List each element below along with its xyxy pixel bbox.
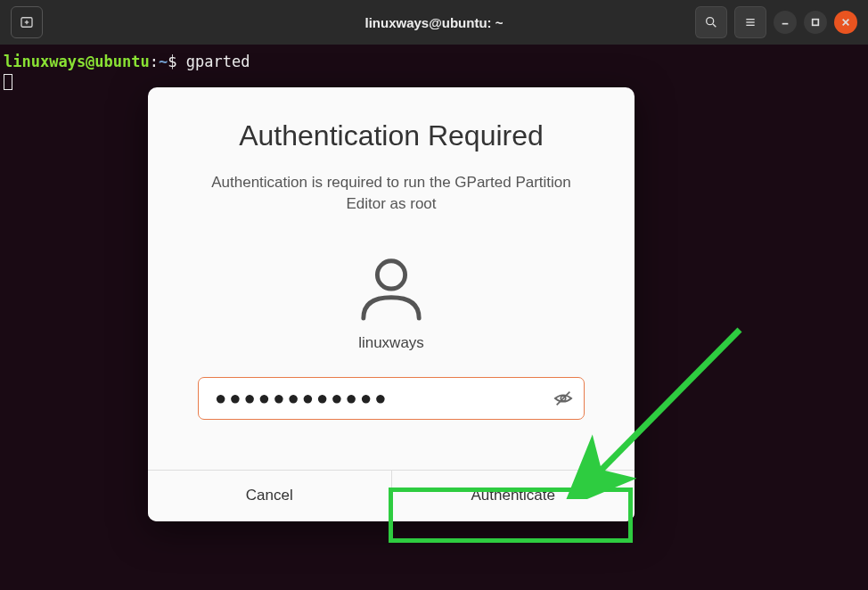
eye-off-icon (553, 389, 573, 408)
svg-rect-9 (813, 20, 819, 26)
search-button[interactable] (695, 6, 727, 38)
prompt-user-host: linuxways@ubuntu (4, 53, 150, 70)
window-titlebar: linuxways@ubuntu: ~ (0, 0, 868, 45)
prompt-separator: : (150, 53, 159, 70)
authenticate-button[interactable]: Authenticate (392, 471, 635, 521)
cancel-button[interactable]: Cancel (148, 471, 392, 521)
prompt-symbol: $ (168, 53, 185, 70)
minimize-button[interactable] (774, 11, 797, 34)
new-tab-button[interactable] (11, 6, 43, 38)
dialog-title: Authentication Required (148, 119, 635, 152)
password-input[interactable] (198, 377, 585, 420)
prompt-path: ~ (159, 53, 168, 70)
dialog-subtitle: Authentication is required to run the GP… (148, 172, 635, 215)
user-icon (356, 254, 426, 324)
maximize-button[interactable] (804, 11, 827, 34)
svg-point-12 (377, 260, 405, 288)
toggle-password-visibility-button[interactable] (553, 388, 574, 409)
terminal-cursor (4, 74, 12, 90)
window-title: linuxways@ubuntu: ~ (364, 15, 503, 30)
close-button[interactable] (834, 11, 857, 34)
dialog-button-row: Cancel Authenticate (148, 470, 635, 521)
svg-line-4 (713, 24, 716, 27)
password-field-wrap (198, 377, 585, 420)
title-controls (695, 6, 857, 38)
hamburger-menu-button[interactable] (734, 6, 766, 38)
authentication-dialog: Authentication Required Authentication i… (148, 87, 635, 521)
username-label: linuxways (358, 334, 424, 352)
user-avatar: linuxways (148, 254, 635, 352)
svg-line-14 (557, 391, 570, 405)
terminal-command: gparted (186, 53, 250, 70)
svg-point-3 (707, 18, 714, 25)
